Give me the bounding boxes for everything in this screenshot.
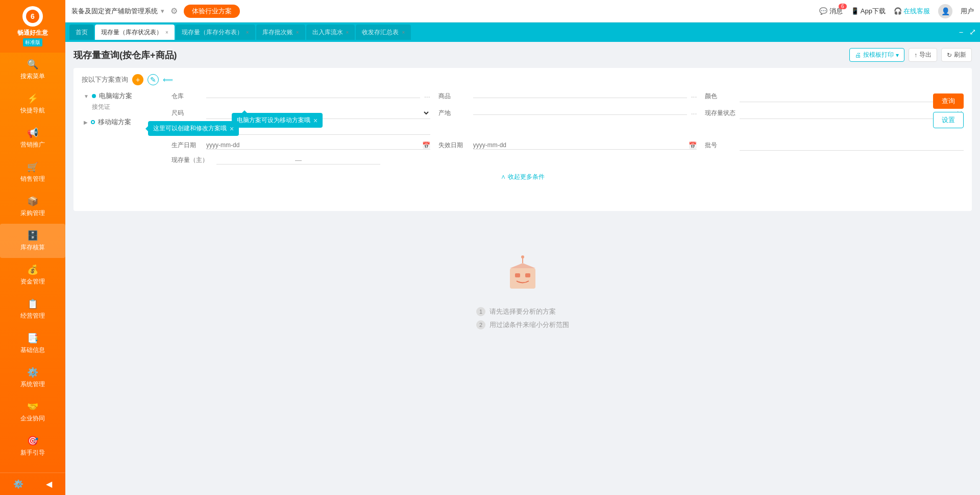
sidebar-item-basic-info[interactable]: 📑 基础信息 xyxy=(0,326,65,361)
prod-date-cal-icon[interactable]: 📅 xyxy=(422,142,430,149)
tab-inventory-dist[interactable]: 现存量（库存分布表） × xyxy=(176,25,255,40)
stock-qty-min[interactable] xyxy=(216,156,293,163)
mobile-scheme-arrow: ▶ xyxy=(84,120,88,125)
tab-batch-ledger-close[interactable]: × xyxy=(296,30,299,35)
basic-info-icon: 📑 xyxy=(27,333,38,344)
set-btn[interactable]: 设置 xyxy=(933,112,964,128)
sidebar-item-sales[interactable]: 🛒 销售管理 xyxy=(0,155,65,190)
tab-right-btns: － ⤢ xyxy=(957,27,976,38)
tip2-text: 用过滤条件来缩小分析范围 xyxy=(489,320,569,329)
pc-sub-item[interactable]: 接凭证 xyxy=(92,102,163,112)
marketing-icon: 📢 xyxy=(27,127,38,138)
refresh-btn[interactable]: ↻ 刷新 xyxy=(941,48,972,62)
tooltip2-close[interactable]: × xyxy=(230,125,234,133)
message-btn[interactable]: 💬 消息 6 xyxy=(819,7,843,16)
stock-status-select[interactable] xyxy=(740,107,964,119)
minimize-btn[interactable]: － xyxy=(957,27,965,38)
expire-date-cal-icon[interactable]: 📅 xyxy=(689,142,697,149)
template-print-btn[interactable]: 🖨 按模板打印 ▾ xyxy=(849,48,904,62)
sidebar-collapse-btn[interactable]: ◀ xyxy=(44,477,54,491)
sidebar-item-purchase[interactable]: 📦 采购管理 xyxy=(0,190,65,224)
filter-add-btn[interactable]: + xyxy=(132,74,143,85)
tab-collect-summary-close[interactable]: × xyxy=(402,30,405,35)
tab-home[interactable]: 首页 xyxy=(69,25,94,40)
sidebar-item-label: 系统管理 xyxy=(20,380,45,389)
range-separator: — xyxy=(295,156,302,164)
page-title: 现存量查询(按仓库+商品) xyxy=(74,49,177,61)
color-select[interactable] xyxy=(740,90,964,102)
svg-rect-3 xyxy=(515,273,520,277)
sidebar-item-business[interactable]: 📋 经营管理 xyxy=(0,292,65,326)
empty-illustration xyxy=(497,248,548,299)
sidebar-item-quick-nav[interactable]: ⚡ 快捷导航 xyxy=(0,87,65,121)
goods-dots[interactable]: ··· xyxy=(691,92,697,101)
filter-color: 颜色 xyxy=(705,90,964,102)
trial-btn[interactable]: 体验行业方案 xyxy=(184,5,240,18)
tip1-text: 请先选择要分析的方案 xyxy=(489,307,556,316)
tab-batch-ledger[interactable]: 库存批次账 × xyxy=(256,25,305,40)
origin-dots[interactable]: ··· xyxy=(691,109,697,117)
system-name: 装备及固定资产辅助管理系统 xyxy=(71,7,158,16)
warehouse-dots[interactable]: ··· xyxy=(424,92,430,101)
stock-qty-max[interactable] xyxy=(304,156,380,163)
sidebar-item-marketing[interactable]: 📢 营销推广 xyxy=(0,121,65,155)
sidebar-settings-btn[interactable]: ⚙️ xyxy=(11,477,26,491)
filter-warehouse: 仓库 ··· xyxy=(172,90,430,102)
printer-icon: 🖨 xyxy=(855,52,861,59)
expire-date-input[interactable] xyxy=(473,142,687,149)
collapse-btn[interactable]: ∧ 收起更多条件 xyxy=(82,169,964,185)
sidebar-item-collab[interactable]: 🤝 企业协同 xyxy=(0,395,65,429)
prod-date-input[interactable] xyxy=(206,142,420,149)
topbar-system: 装备及固定资产辅助管理系统 ▾ xyxy=(71,7,164,16)
filter-expire-date: 失效日期 📅 xyxy=(438,140,697,151)
sidebar-item-inventory[interactable]: 🗄️ 库存核算 xyxy=(0,224,65,258)
filter-stock-qty: 现存量（主） — xyxy=(172,156,376,164)
tab-inout-flow[interactable]: 出入库流水 × xyxy=(306,25,355,40)
svg-text:6: 6 xyxy=(31,12,35,20)
batch-no-input[interactable] xyxy=(740,140,964,151)
tab-inventory-status-close[interactable]: × xyxy=(165,30,168,35)
pc-scheme-arrow: ▼ xyxy=(84,93,89,99)
sidebar-item-system[interactable]: ⚙️ 系统管理 xyxy=(0,361,65,395)
tip-num-1: 1 xyxy=(476,307,485,316)
online-cs-btn[interactable]: 🎧 在线客服 xyxy=(894,7,930,16)
tab-inventory-dist-close[interactable]: × xyxy=(246,30,249,35)
user-avatar[interactable]: 👤 xyxy=(938,4,952,18)
tab-inout-flow-label: 出入库流水 xyxy=(312,28,343,37)
logo-icon: 6 xyxy=(22,6,43,27)
scheme-list-area: 这里可以创建和修改方案哦 × ▼ 电脑端方案 xyxy=(82,90,163,169)
system-dropdown-icon[interactable]: ▾ xyxy=(161,7,164,15)
sidebar-item-search[interactable]: 🔍 搜索菜单 xyxy=(0,53,65,87)
username[interactable]: 用户 xyxy=(961,7,974,16)
scheme-item-pc[interactable]: ▼ 电脑端方案 xyxy=(82,90,163,102)
prod-date-wrap: 📅 xyxy=(206,142,430,150)
export-btn[interactable]: ↑ 导出 xyxy=(909,48,937,62)
avatar-icon: 👤 xyxy=(941,7,950,15)
system-icon: ⚙️ xyxy=(27,367,38,378)
tab-inout-flow-close[interactable]: × xyxy=(346,30,349,35)
filter-arrow-btn[interactable]: ⟸ xyxy=(163,76,173,84)
tooltip1-close[interactable]: × xyxy=(313,116,317,125)
empty-tips: 1 请先选择要分析的方案 2 用过滤条件来缩小分析范围 xyxy=(476,307,569,329)
sidebar-bottom: ⚙️ ◀ xyxy=(0,473,65,495)
sidebar-item-label: 销售管理 xyxy=(20,175,45,183)
sidebar-item-label: 采购管理 xyxy=(20,209,45,218)
tab-collect-summary[interactable]: 收发存汇总表 × xyxy=(356,25,411,40)
filter-batch-no: 批号 xyxy=(705,140,964,151)
maximize-btn[interactable]: ⤢ xyxy=(969,27,976,38)
search-btn[interactable]: 查询 xyxy=(933,93,964,109)
app-download-btn[interactable]: 📱 App下载 xyxy=(851,7,886,16)
sidebar-item-finance[interactable]: 💰 资金管理 xyxy=(0,258,65,292)
empty-tip1: 1 请先选择要分析的方案 xyxy=(476,307,569,316)
sidebar-item-label: 搜索菜单 xyxy=(20,72,45,81)
logo-text: 畅通好生意 xyxy=(17,29,48,37)
collab-icon: 🤝 xyxy=(27,401,38,412)
main-area: 装备及固定资产辅助管理系统 ▾ ⚙ 体验行业方案 💬 消息 6 📱 App下载 … xyxy=(65,0,980,495)
topbar-gear-icon[interactable]: ⚙ xyxy=(170,6,178,16)
template-print-label: 按模板打印 xyxy=(863,51,894,59)
tab-inventory-dist-label: 现存量（库存分布表） xyxy=(182,28,243,37)
tab-inventory-status[interactable]: 现存量（库存状况表） × xyxy=(95,25,175,40)
sidebar-item-guide[interactable]: 🎯 新手引导 xyxy=(0,429,65,463)
sidebar-item-label: 新手引导 xyxy=(20,449,45,457)
filter-edit-btn[interactable]: ✎ xyxy=(148,74,159,85)
